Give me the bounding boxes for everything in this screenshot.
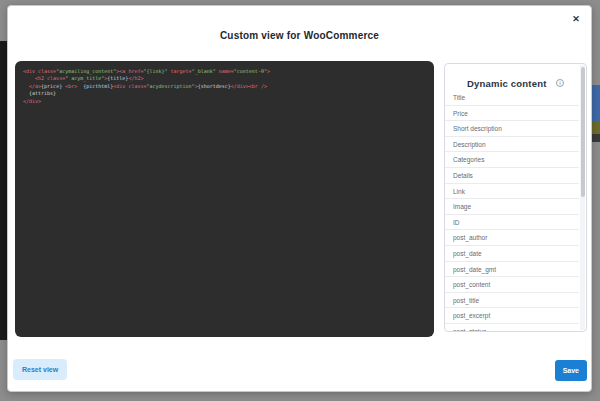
dynamic-content-item[interactable]: post_title (445, 293, 579, 309)
dynamic-content-item[interactable]: Title (445, 90, 579, 106)
code-line: <h2 class=" acym_title">{title}</h2> (23, 75, 426, 82)
backdrop-left-dark-region (0, 41, 7, 340)
custom-view-modal: Custom view for WooCommerce ✕ <div class… (7, 5, 592, 392)
dynamic-content-item[interactable]: post_date (445, 246, 579, 262)
backdrop-right-blue-region (592, 85, 600, 121)
save-button[interactable]: Save (555, 360, 587, 381)
dynamic-content-item[interactable]: post_excerpt (445, 308, 579, 324)
scrollbar-thumb[interactable] (581, 67, 585, 197)
page-backdrop: Custom view for WooCommerce ✕ <div class… (0, 0, 600, 401)
dynamic-content-item[interactable]: Description (445, 137, 579, 153)
dynamic-content-panel: Dynamic content i TitlePriceShort descri… (444, 63, 587, 332)
reset-view-button[interactable]: Reset view (13, 359, 67, 380)
dynamic-content-list: TitlePriceShort descriptionDescriptionCa… (445, 90, 579, 331)
dynamic-content-item[interactable]: Details (445, 168, 579, 184)
code-editor[interactable]: <div class="acymailing_content"><a href=… (15, 61, 434, 337)
dynamic-content-item[interactable]: post_status (445, 324, 579, 332)
dynamic-content-item[interactable]: Price (445, 106, 579, 122)
info-icon[interactable]: i (556, 79, 564, 87)
dynamic-content-item[interactable]: Short description (445, 121, 579, 137)
dynamic-content-item[interactable]: post_date_gmt (445, 262, 579, 278)
dynamic-content-item[interactable]: Image (445, 199, 579, 215)
modal-title: Custom view for WooCommerce (8, 30, 591, 41)
close-icon[interactable]: ✕ (570, 13, 582, 25)
dynamic-content-title: Dynamic content (467, 78, 547, 89)
dynamic-content-item[interactable]: Categories (445, 152, 579, 168)
code-line: </a>{price} <br> {picthtml}<div class="a… (23, 83, 426, 90)
dynamic-content-item[interactable]: ID (445, 215, 579, 231)
backdrop-right-dark-region (592, 134, 600, 142)
code-line: </div> (23, 98, 426, 105)
sidebar-scrollbar[interactable] (580, 65, 585, 330)
code-line: <div class="acymailing_content"><a href=… (23, 68, 426, 75)
code-line: {attribs} (23, 90, 426, 97)
dynamic-content-item[interactable]: post_author (445, 230, 579, 246)
backdrop-right-olive-region (592, 121, 600, 134)
dynamic-content-item[interactable]: post_content (445, 277, 579, 293)
dynamic-content-item[interactable]: Link (445, 184, 579, 200)
